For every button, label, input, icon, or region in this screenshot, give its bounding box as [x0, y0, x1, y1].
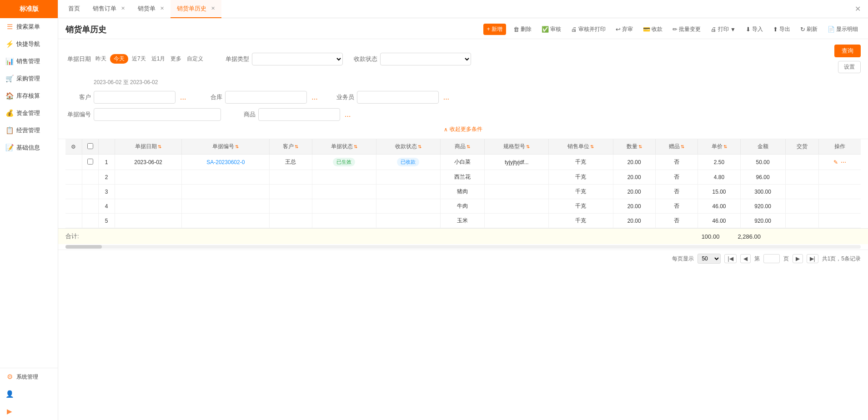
th-gift[interactable]: 赠品⇅ — [655, 139, 697, 155]
td-transaction — [785, 199, 819, 214]
td-doc-no[interactable] — [182, 199, 270, 214]
page-content: 销货单历史 + 新增 🗑 删除 ✅ 审核 🖨 审核并打印 ↩ 弃审 — [58, 18, 868, 420]
sidebar-item-label: 系统管理 — [16, 373, 38, 381]
td-doc-no[interactable] — [182, 185, 270, 199]
sidebar-item-settings[interactable]: ▶ — [0, 403, 58, 420]
row-checkbox[interactable] — [87, 159, 93, 165]
td-checkbox[interactable] — [82, 170, 98, 185]
warehouse-input[interactable] — [225, 91, 307, 104]
pagination-first-btn[interactable]: |◀ — [724, 254, 736, 263]
edit-link[interactable]: ✎ — [833, 159, 838, 165]
th-settings[interactable]: ⚙ — [65, 139, 82, 155]
shortcut-custom[interactable]: 自定义 — [185, 54, 205, 64]
doc-no-input[interactable] — [94, 108, 221, 121]
scrollbar-thumb[interactable] — [65, 245, 102, 249]
basic-info-icon: 📝 — [5, 144, 14, 152]
th-spec-type[interactable]: 规格型号⇅ — [485, 139, 549, 155]
sidebar-item-finance[interactable]: 💰 资金管理 — [0, 105, 58, 122]
table-row: 1 2023-06-02 SA-20230602-0 王总 已生效 已收款 小白… — [65, 155, 861, 170]
th-checkbox[interactable] — [82, 139, 98, 155]
per-page-select[interactable]: 50 100 200 — [697, 254, 721, 264]
set-button[interactable]: 设置 — [838, 61, 861, 73]
query-button[interactable]: 查询 — [834, 45, 861, 57]
sidebar-item-user[interactable]: 👤 — [0, 385, 58, 403]
delete-button[interactable]: 🗑 删除 — [511, 24, 534, 35]
shortcut-today[interactable]: 今天 — [110, 54, 128, 64]
warehouse-picker-btn[interactable]: ... — [310, 93, 319, 101]
pagination-last-btn[interactable]: ▶| — [807, 254, 818, 263]
pagination-prev-btn[interactable]: ◀ — [740, 254, 751, 263]
salesperson-picker-btn[interactable]: ... — [442, 93, 451, 101]
td-checkbox[interactable] — [82, 155, 98, 170]
shortcut-1month[interactable]: 近1月 — [150, 54, 167, 64]
select-all-checkbox[interactable] — [87, 143, 93, 149]
export-button[interactable]: ⬆ 导出 — [770, 24, 793, 35]
customer-input[interactable] — [94, 91, 176, 104]
salesperson-input[interactable] — [357, 91, 439, 104]
td-sales-unit: 千克 — [549, 185, 613, 199]
payment-status-select[interactable] — [380, 53, 471, 65]
more-link[interactable]: ⋯ — [841, 159, 846, 165]
batch-change-button[interactable]: ✏ 批量变更 — [670, 24, 703, 35]
sidebar-item-purchase-mgmt[interactable]: 🛒 采购管理 — [0, 70, 58, 87]
sidebar-item-search-menu[interactable]: ☰ 搜索菜单 — [0, 18, 58, 35]
audit-button[interactable]: ✅ 审核 — [539, 24, 564, 35]
tab-sales-goods[interactable]: 销货单 ✕ — [131, 0, 171, 18]
tab-bar-close-btn[interactable]: ✕ — [851, 5, 864, 13]
th-sales-unit[interactable]: 销售单位⇅ — [549, 139, 613, 155]
td-settings — [65, 170, 82, 185]
system-icon: ⚙ — [5, 373, 14, 381]
th-doc-no[interactable]: 单据编号⇅ — [182, 139, 270, 155]
shortcut-more[interactable]: 更多 — [169, 54, 183, 64]
th-doc-status[interactable]: 单据状态⇅ — [312, 139, 376, 155]
tab-sales-history-close[interactable]: ✕ — [211, 5, 215, 11]
sidebar-item-system-mgmt[interactable]: ⚙ 系统管理 — [0, 368, 58, 385]
th-amount[interactable]: 金额 — [740, 139, 785, 155]
collect-button[interactable]: 💳 收款 — [640, 24, 665, 35]
sort-icon: ⇅ — [235, 144, 239, 149]
import-button[interactable]: ⬇ 导入 — [743, 24, 766, 35]
sort-icon: ⇅ — [467, 144, 470, 149]
sidebar-item-basic-info[interactable]: 📝 基础信息 — [0, 139, 58, 156]
td-checkbox[interactable] — [82, 185, 98, 199]
sidebar-item-operations[interactable]: 📋 经营管理 — [0, 122, 58, 139]
th-customer[interactable]: 客户⇅ — [270, 139, 312, 155]
print-button[interactable]: 🖨 打印 ▼ — [708, 24, 738, 35]
show-details-button[interactable]: 📄 显示明细 — [825, 24, 861, 35]
customer-picker-btn[interactable]: ... — [178, 93, 188, 101]
sidebar-item-inventory[interactable]: 🏠 库存核算 — [0, 87, 58, 105]
th-doc-date[interactable]: 单据日期⇅ — [115, 139, 182, 155]
pagination-next-btn[interactable]: ▶ — [793, 254, 803, 263]
th-unit-price[interactable]: 单价⇅ — [698, 139, 740, 155]
goods-input[interactable] — [258, 108, 340, 121]
collapse-button[interactable]: ∧ 收起更多条件 — [444, 125, 482, 133]
td-checkbox[interactable] — [82, 214, 98, 228]
th-payment-status[interactable]: 收款状态⇅ — [376, 139, 440, 155]
doc-type-select[interactable] — [252, 53, 343, 65]
table-scrollbar[interactable] — [65, 245, 861, 249]
tab-sales-goods-close[interactable]: ✕ — [160, 5, 164, 11]
th-goods[interactable]: 商品⇅ — [440, 139, 484, 155]
goods-picker-btn[interactable]: ... — [343, 110, 352, 119]
sidebar-item-sales-mgmt[interactable]: 📊 销售管理 — [0, 53, 58, 70]
td-doc-no[interactable]: SA-20230602-0 — [182, 155, 270, 170]
audit-icon: ✅ — [542, 26, 549, 33]
td-doc-no[interactable] — [182, 170, 270, 185]
abandon-button[interactable]: ↩ 弃审 — [613, 24, 636, 35]
audit-print-button[interactable]: 🖨 审核并打印 — [568, 24, 608, 35]
td-doc-no[interactable] — [182, 214, 270, 228]
th-quantity[interactable]: 数量⇅ — [613, 139, 655, 155]
shortcut-yesterday[interactable]: 昨天 — [94, 54, 108, 64]
shortcut-7days[interactable]: 近7天 — [130, 54, 148, 64]
tab-sales-history[interactable]: 销货单历史 ✕ — [171, 0, 221, 18]
refresh-button[interactable]: ↻ 刷新 — [798, 24, 820, 35]
tab-home[interactable]: 首页 — [62, 0, 86, 18]
new-button[interactable]: + 新增 — [483, 24, 506, 35]
tab-sales-order[interactable]: 销售订单 ✕ — [86, 0, 131, 18]
td-sales-unit: 千克 — [549, 155, 613, 170]
td-checkbox[interactable] — [82, 199, 98, 214]
sidebar-item-quick-nav[interactable]: ⚡ 快捷导航 — [0, 35, 58, 53]
page-header: 销货单历史 + 新增 🗑 删除 ✅ 审核 🖨 审核并打印 ↩ 弃审 — [58, 18, 868, 39]
pagination-page-input[interactable]: 1 — [763, 254, 780, 263]
tab-sales-order-close[interactable]: ✕ — [121, 5, 125, 11]
